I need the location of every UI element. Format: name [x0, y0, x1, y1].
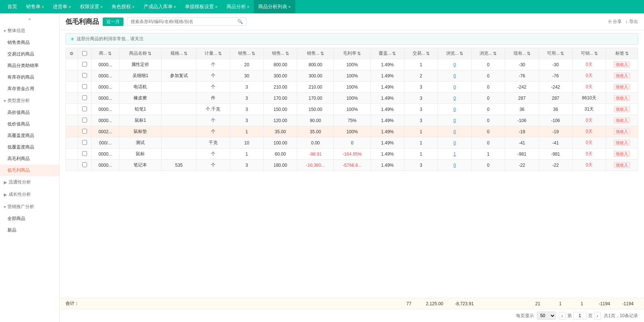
th-spec[interactable]: 规格... ⇅ [161, 48, 196, 59]
cell-spec [161, 149, 196, 160]
tag-badge: 低收入 [614, 95, 630, 101]
sidebar-item-high-coverage[interactable]: 高覆盖度商品 [0, 130, 59, 141]
sidebar-item-high-margin[interactable]: 高毛利商品 [0, 153, 59, 165]
row-checkbox[interactable] [82, 73, 87, 78]
sort-icon-available: ⇅ [560, 51, 564, 56]
nav-finished-goods[interactable]: 产成品入库单 × [139, 0, 180, 13]
cell-checkbox[interactable] [78, 70, 91, 82]
nav-close-analysis-list[interactable]: × [288, 4, 291, 9]
row-checkbox[interactable] [82, 106, 87, 111]
row-checkbox[interactable] [82, 151, 87, 156]
th-gross-margin[interactable]: 毛利率 ⇅ [334, 48, 371, 59]
cell-tag: 低收入 [606, 160, 638, 171]
sidebar-item-category-rate[interactable]: 商品分类助销率 [0, 60, 59, 71]
page-input[interactable] [573, 312, 587, 319]
prev-page-btn[interactable]: ‹ [559, 312, 565, 320]
sidebar-item-sales-goods[interactable]: 销售类商品 [0, 37, 59, 48]
cell-name: 吴细细1 [119, 70, 161, 82]
nav-product-analysis-list[interactable]: 商品分析列表 × [254, 0, 295, 13]
nav-product-analysis[interactable]: 商品分析 × [222, 0, 254, 13]
nav-close-analysis[interactable]: × [247, 4, 249, 9]
th-current[interactable]: 现有... ⇅ [505, 48, 539, 59]
next-page-btn[interactable]: › [594, 312, 601, 320]
sidebar-group-marketing[interactable]: ▾ 营销推广分析 [0, 201, 59, 213]
nav-sales-order[interactable]: 销售单 × [22, 0, 48, 13]
nav-template-settings[interactable]: 单据模板设置 × [180, 0, 222, 13]
cell-checkbox[interactable] [78, 82, 91, 93]
cell-checkbox[interactable] [78, 126, 91, 137]
cell-checkbox[interactable] [78, 160, 91, 171]
sidebar-item-capital-usage[interactable]: 库存资金占用 [0, 83, 59, 95]
sidebar-collapse-btn[interactable]: « [0, 13, 59, 25]
row-checkbox[interactable] [82, 162, 87, 167]
sidebar-group-liquidity[interactable]: ▶ 流通性分析 [0, 176, 59, 188]
row-checkbox[interactable] [82, 62, 87, 67]
th-unit[interactable]: 计量... ⇅ [196, 48, 230, 59]
share-button[interactable]: ⎘ 分享 [609, 19, 622, 25]
nav-purchase-order[interactable]: 进货单 × [48, 0, 75, 13]
th-views2[interactable]: 浏览... ⇅ [471, 48, 505, 59]
per-page-select[interactable]: 50 100 200 [537, 312, 556, 320]
th-sales-amount[interactable]: 销售... ⇅ [263, 48, 297, 59]
th-settings[interactable]: ⚙ [66, 48, 78, 59]
sidebar-item-low-value[interactable]: 低价值商品 [0, 118, 59, 130]
th-available[interactable]: 可用... ⇅ [539, 48, 572, 59]
sort-icon-gross-margin: ⇅ [357, 51, 361, 56]
sidebar-item-traded-goods[interactable]: 交易过的商品 [0, 48, 59, 60]
th-name[interactable]: 商品名称 ⇅ [119, 48, 161, 59]
th-code[interactable]: 商... ⇅ [92, 48, 119, 59]
cell-checkbox[interactable] [78, 104, 91, 115]
sidebar-item-in-stock[interactable]: 有库存的商品 [0, 71, 59, 83]
th-coverage[interactable]: 覆盖... ⇅ [371, 48, 404, 59]
cell-checkbox[interactable] [78, 137, 91, 149]
th-sales-count[interactable]: 销售... ⇅ [230, 48, 263, 59]
nav-close-purchase[interactable]: × [68, 4, 71, 9]
sidebar-item-low-coverage[interactable]: 低覆盖度商品 [0, 141, 59, 153]
row-checkbox[interactable] [82, 140, 87, 145]
nav-close-role-auth[interactable]: × [132, 4, 134, 9]
row-checkbox[interactable] [82, 95, 87, 100]
search-icon[interactable]: 🔍 [237, 19, 243, 24]
cell-tag: 低收入 [606, 93, 638, 104]
nav-close-template[interactable]: × [215, 4, 217, 9]
cell-name: 橡皮擦 [119, 93, 161, 104]
cell-checkbox[interactable] [78, 149, 91, 160]
search-input[interactable] [131, 19, 237, 24]
cell-checkbox[interactable] [78, 59, 91, 70]
filter-recent-month[interactable]: 近一月 [103, 17, 124, 26]
th-tag[interactable]: 标签 ⇅ [606, 48, 638, 59]
th-views1[interactable]: 浏览... ⇅ [438, 48, 471, 59]
nav-role-auth[interactable]: 角色授权 × [107, 0, 139, 13]
cell-name: 测试 [119, 137, 161, 149]
th-transactions[interactable]: 交易... ⇅ [404, 48, 438, 59]
sidebar-item-new-goods[interactable]: 新品 [0, 224, 59, 236]
th-sales-profit[interactable]: 销售... ⇅ [297, 48, 334, 59]
select-all-checkbox[interactable] [82, 51, 87, 56]
cell-checkbox[interactable] [78, 93, 91, 104]
sidebar-group-growth[interactable]: ▶ 成长性分析 [0, 188, 59, 201]
sidebar-group-type[interactable]: ▾ 类型度分析 [0, 95, 59, 107]
cell-checkbox[interactable] [78, 115, 91, 126]
th-sellable[interactable]: 可销... ⇅ [572, 48, 606, 59]
th-checkbox[interactable] [78, 48, 91, 59]
cell-settings [66, 59, 78, 70]
export-button[interactable]: ↓ 导出 [625, 19, 638, 25]
sidebar-group-overall[interactable]: ▾ 整体信息 [0, 25, 59, 37]
row-checkbox[interactable] [82, 118, 87, 122]
nav-close-sales-order[interactable]: × [42, 4, 44, 9]
cell-coverage: 1.49% [371, 70, 404, 82]
cell-sellable: 0天 [572, 149, 606, 160]
nav-home[interactable]: 首页 [3, 0, 22, 13]
sort-icon-name: ⇅ [148, 51, 151, 56]
nav-permission[interactable]: 权限设置 × [76, 0, 107, 13]
cell-tag: 低收入 [606, 70, 638, 82]
row-checkbox[interactable] [82, 84, 87, 89]
nav-close-finished[interactable]: × [174, 4, 176, 9]
sidebar-item-high-value[interactable]: 高价值商品 [0, 107, 59, 118]
row-checkbox[interactable] [82, 129, 87, 134]
sidebar-item-low-margin[interactable]: 低毛利商品 [0, 165, 59, 176]
cell-settings [66, 137, 78, 149]
nav-close-permission[interactable]: × [100, 4, 103, 9]
cell-settings [66, 70, 78, 82]
sidebar-item-all-goods[interactable]: 全部商品 [0, 213, 59, 224]
